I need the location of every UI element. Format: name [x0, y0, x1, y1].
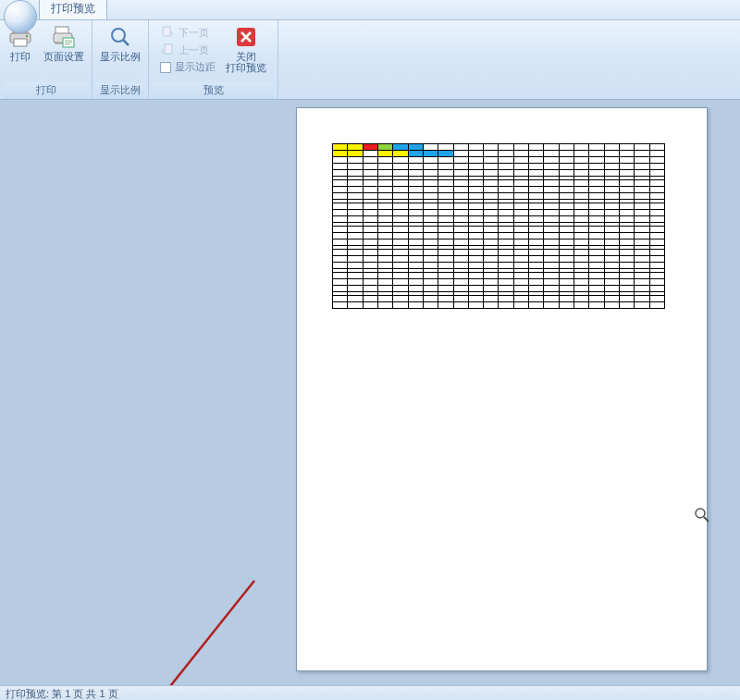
prev-page-button: 上一页: [156, 42, 219, 58]
svg-rect-2: [14, 39, 27, 46]
tab-print-preview[interactable]: 打印预览: [39, 0, 107, 19]
ribbon-group-zoom: 显示比例 显示比例: [92, 20, 149, 99]
ribbon: 打印 页面设置 打印: [0, 20, 740, 100]
close-label-1: 关闭: [236, 51, 256, 62]
title-bar: 打印预览: [0, 0, 740, 20]
group-print-label: 打印: [4, 82, 88, 99]
print-label: 打印: [10, 51, 31, 62]
preview-page[interactable]: [296, 107, 708, 671]
svg-rect-10: [165, 44, 172, 54]
checkbox-icon: [160, 62, 171, 73]
show-margins-label: 显示边距: [175, 60, 216, 74]
next-page-label: 下一页: [179, 26, 209, 40]
office-orb[interactable]: [4, 0, 37, 33]
annotation-arrow: [83, 576, 259, 700]
show-margins-checkbox[interactable]: 显示边距: [156, 59, 219, 75]
ribbon-group-preview: 下一页 上一页 显示边距: [149, 20, 278, 99]
zoom-cursor-icon: [694, 507, 710, 523]
page-content-grid: [332, 143, 665, 309]
svg-point-3: [26, 35, 28, 37]
zoom-button[interactable]: 显示比例: [96, 22, 144, 64]
prev-page-icon: [160, 43, 175, 57]
close-icon: [233, 24, 259, 50]
page-setup-label: 页面设置: [43, 51, 84, 62]
svg-line-13: [704, 517, 709, 522]
magnifier-icon: [107, 24, 133, 50]
group-zoom-label: 显示比例: [96, 82, 144, 99]
page-setup-icon: [51, 24, 77, 50]
close-label-2: 打印预览: [226, 62, 266, 73]
page-setup-button[interactable]: 页面设置: [40, 22, 88, 64]
svg-line-8: [123, 40, 129, 45]
group-preview-label: 预览: [153, 82, 274, 99]
next-page-button: 下一页: [156, 24, 219, 41]
zoom-label: 显示比例: [100, 51, 141, 62]
prev-page-label: 上一页: [179, 43, 209, 57]
svg-rect-9: [163, 27, 170, 36]
svg-point-12: [696, 509, 705, 518]
next-page-icon: [160, 25, 175, 40]
close-preview-button[interactable]: 关闭 打印预览: [222, 22, 270, 75]
svg-point-7: [112, 29, 125, 42]
preview-workspace[interactable]: [0, 100, 740, 685]
svg-line-14: [94, 581, 254, 700]
status-bar: 打印预览: 第 1 页 共 1 页: [0, 685, 740, 700]
status-text: 打印预览: 第 1 页 共 1 页: [6, 688, 118, 699]
